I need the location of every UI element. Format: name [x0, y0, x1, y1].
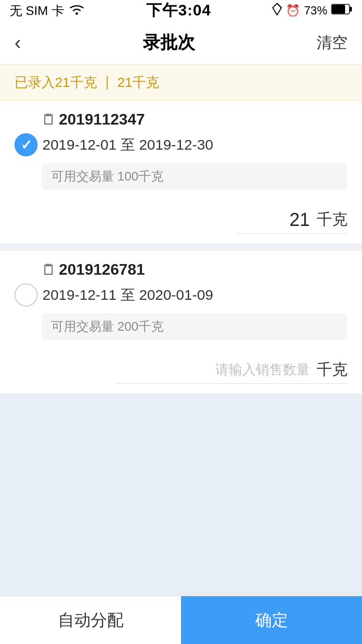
batch-card-2: 🗒 2019126781 2019-12-11 至 2020-01-09 可用交… [0, 251, 362, 393]
section-separator-1 [0, 243, 362, 251]
batch2-qty-input[interactable] [146, 362, 310, 378]
confirm-button[interactable]: 确定 [181, 596, 362, 644]
batch1-qty-input-wrapper: 千克 [237, 209, 348, 234]
batch1-date-row[interactable]: ✓ 2019-12-01 至 2019-12-30 [14, 133, 348, 156]
svg-point-0 [75, 12, 78, 14]
svg-rect-2 [349, 7, 352, 12]
check-icon: ✓ [21, 137, 32, 153]
status-right: ⏰ 73% [272, 3, 352, 18]
batch2-date: 2019-12-11 至 2020-01-09 [42, 285, 213, 305]
auto-distribute-button[interactable]: 自动分配 [0, 596, 181, 644]
location-icon [272, 3, 282, 18]
page-title: 录批次 [143, 31, 195, 55]
batch1-qty-unit: 千克 [317, 209, 348, 230]
batch1-radio[interactable]: ✓ [14, 133, 38, 156]
batch2-id-icon: 🗒 [42, 262, 56, 278]
batch1-qty-input[interactable] [262, 210, 310, 230]
back-button[interactable]: ‹ [14, 32, 21, 54]
summary-bar: 已录入21千克 21千克 [0, 65, 362, 101]
batch1-id-icon: 🗒 [42, 112, 56, 128]
battery-percent: 73% [304, 4, 327, 17]
batch1-qty-wrapper: 千克 [0, 204, 362, 243]
batch-card-1: 🗒 2019112347 ✓ 2019-12-01 至 2019-12-30 可… [0, 101, 362, 243]
batch2-date-row[interactable]: 2019-12-11 至 2020-01-09 [14, 283, 348, 307]
empty-area [0, 393, 362, 596]
status-left: 无 SIM 卡 [10, 2, 85, 19]
svg-rect-3 [332, 5, 345, 14]
alarm-icon: ⏰ [286, 4, 300, 17]
batch2-qty-unit: 千克 [317, 359, 348, 380]
clear-button[interactable]: 清空 [317, 32, 348, 54]
batch2-available: 可用交易量 200千克 [42, 313, 348, 340]
batch2-qty-wrapper: 千克 [0, 354, 362, 393]
batch2-id-row: 🗒 2019126781 [14, 261, 348, 279]
status-bar: 无 SIM 卡 下午3:04 ⏰ 73% [0, 0, 362, 21]
wifi-icon [68, 3, 85, 19]
batch2-qty-input-wrapper: 千克 [116, 359, 348, 384]
bottom-bar: 自动分配 确定 [0, 596, 362, 644]
summary-label: 已录入21千克 [14, 73, 97, 92]
batch1-id-row: 🗒 2019112347 [14, 111, 348, 128]
status-time: 下午3:04 [146, 0, 211, 21]
summary-divider [107, 76, 108, 89]
nav-bar: ‹ 录批次 清空 [0, 21, 362, 65]
batch2-qty-line: 千克 [146, 359, 348, 380]
batch1-id: 2019112347 [59, 111, 145, 128]
carrier-label: 无 SIM 卡 [10, 2, 64, 19]
summary-value: 21千克 [117, 73, 159, 92]
batch2-id: 2019126781 [59, 261, 145, 279]
batch1-date: 2019-12-01 至 2019-12-30 [42, 135, 213, 155]
batch2-radio[interactable] [14, 283, 38, 307]
batch1-qty-line: 千克 [262, 209, 348, 230]
battery-icon [331, 4, 352, 17]
batch1-available: 可用交易量 100千克 [42, 163, 348, 190]
